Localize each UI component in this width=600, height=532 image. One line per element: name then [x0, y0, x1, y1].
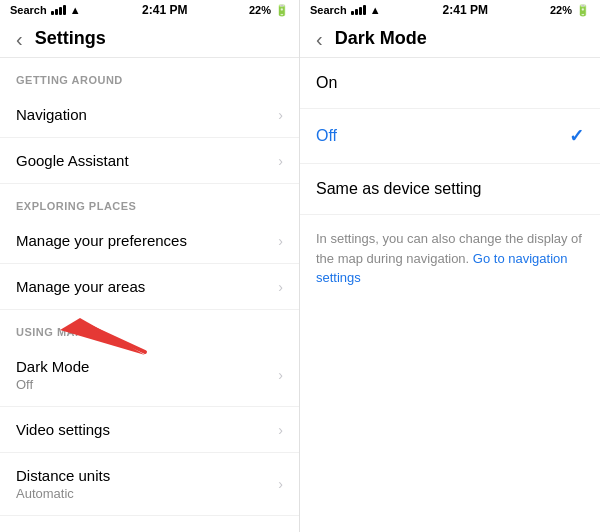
chevron-manage-areas: ›: [278, 279, 283, 295]
chevron-manage-preferences: ›: [278, 233, 283, 249]
settings-content: GETTING AROUND Navigation › Google Assis…: [0, 58, 299, 532]
settings-item-manage-areas-content: Manage your areas: [16, 278, 145, 295]
checkmark-icon: ✓: [569, 125, 584, 147]
signal-bar-1: [51, 11, 54, 15]
status-bar-left: Search ▲ 2:41 PM 22% 🔋: [0, 0, 299, 20]
dark-mode-option-device[interactable]: Same as device setting: [300, 164, 600, 215]
dark-mode-option-on[interactable]: On: [300, 58, 600, 109]
signal-bar-r2: [355, 9, 358, 15]
battery-icon-right: 🔋: [576, 4, 590, 17]
settings-item-video-settings-label: Video settings: [16, 421, 110, 438]
status-bar-right-right-content: 22% 🔋: [550, 4, 590, 17]
battery-percent-right: 22%: [550, 4, 572, 16]
right-panel: Search ▲ 2:41 PM 22% 🔋 ‹ Dark Mode On Of…: [300, 0, 600, 532]
signal-bars-left: [51, 5, 66, 15]
signal-bar-r3: [359, 7, 362, 15]
left-panel: Search ▲ 2:41 PM 22% 🔋 ‹ Settings GETTIN…: [0, 0, 300, 532]
page-title-left: Settings: [35, 28, 106, 49]
dark-mode-option-on-label: On: [316, 74, 337, 92]
status-bar-right-left-content: Search ▲: [310, 4, 381, 16]
settings-item-dark-mode-label: Dark Mode: [16, 358, 89, 375]
settings-item-video-settings-content: Video settings: [16, 421, 110, 438]
settings-item-google-assistant[interactable]: Google Assistant ›: [0, 138, 299, 184]
settings-item-video-settings[interactable]: Video settings ›: [0, 407, 299, 453]
settings-item-manage-areas-label: Manage your areas: [16, 278, 145, 295]
app-name-right: Search: [310, 4, 347, 16]
nav-bar-left: ‹ Settings: [0, 20, 299, 58]
chevron-dark-mode: ›: [278, 367, 283, 383]
chevron-navigation: ›: [278, 107, 283, 123]
signal-bar-3: [59, 7, 62, 15]
status-bar-right-content: 22% 🔋: [249, 4, 289, 17]
status-bar-left-content: Search ▲: [10, 4, 81, 16]
nav-bar-right: ‹ Dark Mode: [300, 20, 600, 58]
chevron-video-settings: ›: [278, 422, 283, 438]
section-header-getting-around: GETTING AROUND: [0, 58, 299, 92]
chevron-distance-units: ›: [278, 476, 283, 492]
settings-item-manage-preferences-label: Manage your preferences: [16, 232, 187, 249]
back-button-left[interactable]: ‹: [16, 29, 23, 49]
settings-item-navigation[interactable]: Navigation ›: [0, 92, 299, 138]
signal-bar-r1: [351, 11, 354, 15]
section-header-exploring-places: EXPLORING PLACES: [0, 184, 299, 218]
settings-item-manage-preferences[interactable]: Manage your preferences ›: [0, 218, 299, 264]
signal-bars-right: [351, 5, 366, 15]
dark-mode-option-off[interactable]: Off ✓: [300, 109, 600, 164]
settings-item-dark-mode-sublabel: Off: [16, 377, 89, 392]
time-left: 2:41 PM: [142, 3, 187, 17]
dark-mode-options: On Off ✓ Same as device setting In setti…: [300, 58, 600, 532]
dark-mode-option-device-label: Same as device setting: [316, 180, 481, 198]
time-right: 2:41 PM: [443, 3, 488, 17]
section-header-using-maps: USING MAPS: [0, 310, 299, 344]
settings-item-manage-areas[interactable]: Manage your areas ›: [0, 264, 299, 310]
signal-bar-2: [55, 9, 58, 15]
chevron-google-assistant: ›: [278, 153, 283, 169]
wifi-icon-left: ▲: [70, 4, 81, 16]
signal-bar-4: [63, 5, 66, 15]
settings-item-dark-mode-content: Dark Mode Off: [16, 358, 89, 392]
settings-item-navigation-label: Navigation: [16, 106, 87, 123]
signal-bar-r4: [363, 5, 366, 15]
info-text-block: In settings, you can also change the dis…: [300, 215, 600, 302]
wifi-icon-right: ▲: [370, 4, 381, 16]
settings-item-navigation-content: Navigation: [16, 106, 87, 123]
settings-item-distance-units-sublabel: Automatic: [16, 486, 110, 501]
status-bar-right: Search ▲ 2:41 PM 22% 🔋: [300, 0, 600, 20]
battery-icon-left: 🔋: [275, 4, 289, 17]
settings-item-distance-units-content: Distance units Automatic: [16, 467, 110, 501]
dark-mode-option-off-label: Off: [316, 127, 337, 145]
settings-item-distance-units-label: Distance units: [16, 467, 110, 484]
battery-percent-left: 22%: [249, 4, 271, 16]
settings-item-dark-mode[interactable]: Dark Mode Off ›: [0, 344, 299, 407]
back-button-right[interactable]: ‹: [316, 29, 323, 49]
page-title-right: Dark Mode: [335, 28, 427, 49]
app-name-left: Search: [10, 4, 47, 16]
settings-item-manage-preferences-content: Manage your preferences: [16, 232, 187, 249]
settings-item-google-assistant-label: Google Assistant: [16, 152, 129, 169]
settings-item-distance-units[interactable]: Distance units Automatic ›: [0, 453, 299, 516]
settings-item-google-assistant-content: Google Assistant: [16, 152, 129, 169]
